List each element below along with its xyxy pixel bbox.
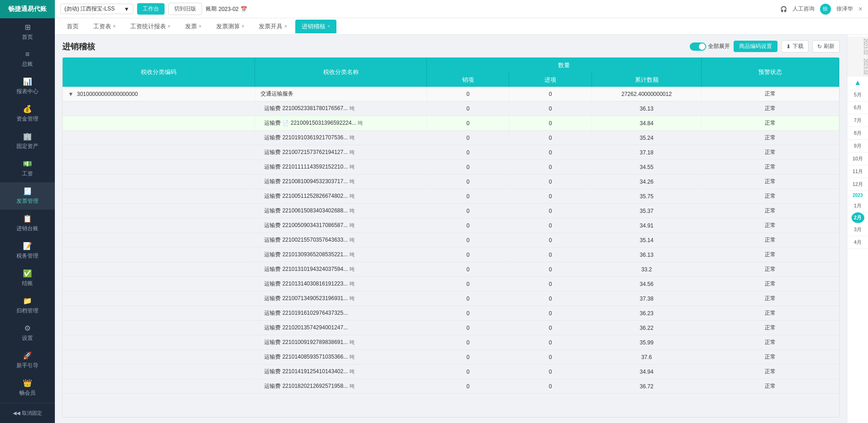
table-row[interactable]: 运输费 22101111143592152210... 吨 0 0 34.55 …: [63, 160, 839, 174]
table-row[interactable]: 运输费 22100523381780176567... 吨 0 0 36.13 …: [63, 101, 839, 116]
table-row[interactable]: 运输费 22101910361921707536... 吨 0 0 35.24 …: [63, 131, 839, 145]
table-row[interactable]: 运输费 22101916102976437325... 0 0 36.23 正常: [63, 306, 839, 321]
row-status: 正常: [702, 350, 839, 365]
row-name: 运输费 22101820212692571958... 吨: [255, 379, 427, 394]
sidebar-item-member[interactable]: 👑 畅会员: [0, 374, 55, 402]
table-row[interactable]: 运输费 📄22100915031396592224... 吨 0 0 34.84…: [63, 116, 839, 131]
workspace-button[interactable]: 工作台: [137, 3, 165, 15]
row-cumulative: 36.23: [591, 306, 701, 321]
table-row[interactable]: 运输费 22101419125410143402... 吨 0 0 34.94 …: [63, 365, 839, 379]
calendar-icon[interactable]: 📅: [240, 6, 247, 12]
sidebar-item-funds[interactable]: 💰 资金管理: [0, 100, 55, 127]
cal-month-5[interactable]: 5月: [847, 89, 868, 101]
table-row[interactable]: 运输费 22100615083403402688... 吨 0 0 35.37 …: [63, 204, 839, 218]
cal-up-nav[interactable]: ▲: [847, 77, 868, 89]
cal-month-12[interactable]: 12月: [847, 178, 868, 191]
row-purchase: 0: [509, 248, 591, 262]
tab-close-icon[interactable]: ×: [168, 24, 170, 29]
unit-tag: 吨: [350, 296, 355, 301]
tab-payroll-stats[interactable]: 工资统计报表 ×: [124, 20, 177, 33]
table-row[interactable]: 运输费 22101309365208535221... 吨 0 0 36.13 …: [63, 248, 839, 262]
support-label[interactable]: 人工咨询: [793, 5, 815, 13]
tab-verify[interactable]: 进销稽核 ×: [295, 20, 336, 33]
tab-close-icon[interactable]: ×: [242, 24, 245, 29]
table-row[interactable]: 运输费 22100810094532303717... 吨 0 0 34.26 …: [63, 174, 839, 189]
row-cumulative: 37.18: [591, 145, 701, 160]
cal-month-11[interactable]: 11月: [847, 165, 868, 178]
unpin-button[interactable]: ◀◀ 取消固定: [0, 407, 55, 419]
toggle-switch[interactable]: [690, 42, 706, 51]
unit-tag: 吨: [350, 106, 355, 111]
col-cumulative: 累计数额: [591, 73, 701, 87]
sidebar-item-ledger[interactable]: ≡ 总账: [0, 46, 55, 73]
tax-icon: 📝: [23, 242, 32, 250]
table-row[interactable]: 运输费 22100511252826674802... 吨 0 0 35.75 …: [63, 189, 839, 204]
tab-close-icon[interactable]: ×: [327, 24, 330, 29]
table-row[interactable]: 运输费 22101314030816191223... 吨 0 0 34.56 …: [63, 277, 839, 291]
sidebar-item-guide[interactable]: 🚀 新手引导: [0, 347, 55, 374]
cal-month-3[interactable]: 3月: [847, 223, 868, 236]
unit-tag: 吨: [350, 369, 355, 374]
expand-icon[interactable]: ▼: [68, 91, 74, 97]
table-row[interactable]: 运输费 22100509034317086587... 吨 0 0 34.91 …: [63, 218, 839, 233]
cal-month-2-active[interactable]: 2月: [852, 212, 864, 223]
cal-month-4[interactable]: 4月: [847, 236, 868, 249]
tab-close-icon[interactable]: ×: [113, 24, 116, 29]
tab-invoice-open[interactable]: 发票开具 ×: [252, 20, 293, 33]
data-table-container[interactable]: 税收分类编码 税收分类名称 数量 预警状态 销项 进项 累计数额: [62, 57, 840, 418]
sidebar-item-archive[interactable]: 📁 归档管理: [0, 292, 55, 319]
sidebar-item-settlement[interactable]: ✅ 结账: [0, 264, 55, 292]
table-row[interactable]: 运输费 22100721573762194127... 吨 0 0 37.18 …: [63, 145, 839, 160]
main-area: (勿动) 江西报宝-LSS ▼ 工作台 切到旧版 账期 2023-02 📅 🎧 …: [55, 0, 868, 423]
switch-version-button[interactable]: 切到旧版: [168, 3, 202, 15]
sidebar-item-assets[interactable]: 🏢 固定资产: [0, 127, 55, 155]
row-code: [63, 174, 255, 189]
company-selector[interactable]: (勿动) 江西报宝-LSS ▼: [60, 4, 133, 14]
tab-home[interactable]: 首页: [60, 20, 85, 33]
download-button[interactable]: ⬇ 下载: [781, 40, 809, 53]
cal-month-9[interactable]: 9月: [847, 140, 868, 153]
tab-payroll[interactable]: 工资表 ×: [87, 20, 122, 33]
table-row[interactable]: 运输费 22101820212692571958... 吨 0 0 36.72 …: [63, 379, 839, 394]
row-cumulative: 35.14: [591, 233, 701, 248]
table-row[interactable]: 运输费 22100215570357643633... 吨 0 0 35.14 …: [63, 233, 839, 248]
table-row[interactable]: 运输费 22102013574294001247... 0 0 36.22 正常: [63, 321, 839, 335]
sidebar-item-reports[interactable]: 📊 报表中心: [0, 73, 55, 100]
table-row[interactable]: ▼ 30100000000000000000 交通运输服务 0 0 27262.…: [63, 87, 839, 101]
cal-month-8[interactable]: 8月: [847, 127, 868, 140]
row-status: 正常: [702, 174, 839, 189]
sidebar-item-settings[interactable]: ⚙ 设置: [0, 319, 55, 347]
cal-month-1[interactable]: 1月: [847, 200, 868, 212]
cal-month-10[interactable]: 10月: [847, 153, 868, 165]
table-row[interactable]: 运输费 22101310194324037594... 吨 0 0 33.2 正…: [63, 262, 839, 277]
table-row[interactable]: 运输费 22100713490523196931... 吨 0 0 37.38 …: [63, 291, 839, 306]
refresh-button[interactable]: ↻ 刷新: [812, 40, 840, 53]
tab-label: 工资统计报表: [130, 22, 166, 31]
expand-toggle[interactable]: 全部展开: [690, 42, 730, 51]
row-purchase: 0: [509, 131, 591, 145]
tab-close-icon[interactable]: ×: [284, 24, 287, 29]
row-purchase: 0: [509, 160, 591, 174]
cal-month-7[interactable]: 7月: [847, 114, 868, 127]
col-tax-name: 税收分类名称: [255, 58, 427, 87]
cal-month-6[interactable]: 6月: [847, 101, 868, 114]
sidebar-item-invoice-mgmt[interactable]: 🧾 发票管理: [0, 182, 55, 210]
sidebar-item-home[interactable]: ⊞ 首页: [0, 18, 55, 46]
table-row[interactable]: 运输费 22101009192789838691... 吨 0 0 35.99 …: [63, 335, 839, 350]
sidebar-item-tax[interactable]: 📝 税务管理: [0, 237, 55, 264]
tab-invoice[interactable]: 发票 ×: [179, 20, 208, 33]
support-icon: 🎧: [780, 6, 787, 12]
sidebar-item-label: 设置: [22, 334, 33, 342]
row-name: 运输费 📄22100915031396592224... 吨: [255, 116, 427, 131]
download-label: 下载: [793, 42, 804, 50]
sidebar-item-payroll[interactable]: 💵 工资: [0, 155, 55, 182]
tab-close-icon[interactable]: ×: [199, 24, 202, 29]
row-code: [63, 248, 255, 262]
sidebar-item-sales-ledger[interactable]: 📋 进销台账: [0, 210, 55, 237]
row-code: [63, 160, 255, 174]
close-button[interactable]: ×: [858, 5, 863, 13]
settings-button[interactable]: 商品编码设置: [734, 41, 777, 52]
table-row[interactable]: 运输费 22101408593571035366... 吨 0 0 37.6 正…: [63, 350, 839, 365]
row-purchase: 0: [509, 335, 591, 350]
tab-invoice-calc[interactable]: 发票测算 ×: [210, 20, 251, 33]
